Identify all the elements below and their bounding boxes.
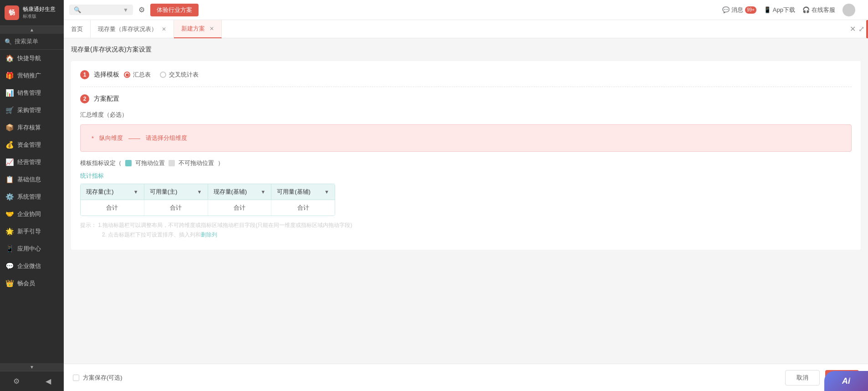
save-scheme-checkbox[interactable] [73, 375, 79, 381]
stats-col-4-label: 可用量(基辅) [277, 188, 311, 196]
template-indicator-label: 模板指标设定（ 可拖动位置 不可拖动位置 ） [80, 159, 852, 167]
trial-button[interactable]: 体验行业方案 [150, 4, 199, 16]
gift-icon: 🎁 [5, 72, 14, 80]
sidebar-item-app-center[interactable]: 📱 应用中心 [0, 240, 64, 257]
ai-label: Ai [842, 376, 850, 386]
online-service-button[interactable]: 🎧 在线客服 [802, 6, 835, 14]
radio-summary[interactable]: 汇总表 [124, 71, 151, 79]
sidebar-item-label: 采购管理 [17, 106, 41, 114]
close-tab-action[interactable]: ✕ [850, 25, 856, 33]
sidebar-item-sales[interactable]: 📊 销售管理 [0, 84, 64, 102]
template-indicator-text: 模板指标设定（ [80, 159, 122, 167]
sidebar-item-label: 资金管理 [17, 141, 41, 149]
message-button[interactable]: 💬 消息 99+ [722, 6, 756, 14]
sidebar-item-label: 经营管理 [17, 158, 41, 166]
dropdown-icon[interactable]: ▼ [123, 7, 128, 13]
radio-cross-label: 交叉统计表 [169, 71, 199, 79]
sidebar-item-label: 基础信息 [17, 175, 41, 184]
stats-col-2-summary: 合计 [144, 200, 208, 216]
sidebar-item-label: 新手引导 [17, 227, 41, 236]
sidebar-item-quick-nav[interactable]: 🏠 快捷导航 [0, 50, 64, 67]
sidebar-item-inventory[interactable]: 📦 库存核算 [0, 119, 64, 136]
search-input[interactable] [84, 7, 120, 13]
sidebar-item-finance[interactable]: 💰 资金管理 [0, 136, 64, 154]
topbar: 🔍 ▼ ⚙ 体验行业方案 💬 消息 99+ 📱 App下载 🎧 在线客服 [64, 0, 868, 20]
stats-col-3-label: 现存量(基辅) [214, 188, 247, 196]
stats-col-1-summary: 合计 [81, 200, 144, 216]
sidebar-item-label: 系统管理 [17, 193, 41, 201]
sidebar-logo: 畅 畅康通好生意 标准版 [0, 0, 64, 26]
dimension-box[interactable]: * 纵向维度 —— 请选择分组维度 [80, 124, 852, 152]
sidebar-item-label: 快捷导航 [17, 54, 41, 62]
stats-col-4-header[interactable]: 可用量(基辅) ▼ [271, 184, 335, 200]
system-icon: ⚙️ [5, 193, 14, 201]
collapse-button[interactable]: ◀ [42, 375, 55, 387]
step2-header: 2 方案配置 [80, 94, 852, 103]
sidebar-scroll-up[interactable]: ▲ [0, 26, 64, 34]
radio-cross[interactable]: 交叉统计表 [160, 71, 199, 79]
money-icon: 💰 [5, 141, 14, 149]
expand-tab-action[interactable]: ⤢ [858, 25, 864, 33]
page-title: 现存量(库存状况表)方案设置 [71, 46, 861, 54]
sidebar-item-marketing[interactable]: 🎁 营销推广 [0, 67, 64, 84]
draggable-badge [125, 160, 132, 166]
search-icon: 🔍 [74, 6, 81, 13]
box-icon: 📦 [5, 123, 14, 132]
sidebar-item-system[interactable]: ⚙️ 系统管理 [0, 188, 64, 206]
tab-new-scheme[interactable]: 新建方案 ✕ [174, 20, 222, 38]
tab-inventory-status-close[interactable]: ✕ [162, 26, 166, 32]
app-icon: 📱 [5, 245, 14, 253]
sidebar-item-basic-info[interactable]: 📋 基础信息 [0, 171, 64, 188]
sidebar-item-label: 营销推广 [17, 72, 41, 80]
stats-section-label: 统计指标 [80, 172, 852, 180]
dimension-label-text: 汇总维度（必选） [80, 111, 128, 118]
chevron-down-icon-1[interactable]: ▼ [133, 189, 138, 195]
user-avatar[interactable] [842, 4, 855, 16]
sidebar-item-operations[interactable]: 📈 经营管理 [0, 154, 64, 171]
tab-home[interactable]: 首页 [64, 20, 91, 38]
sidebar-item-label: 应用中心 [17, 245, 41, 253]
sidebar-search[interactable]: 🔍 搜索菜单 [0, 34, 64, 50]
sidebar-search-label: 搜索菜单 [15, 37, 38, 46]
right-indicator [866, 20, 868, 38]
sidebar-item-label: 企业微信 [17, 262, 41, 270]
dimension-dash: —— [128, 135, 140, 142]
sidebar-item-wechat[interactable]: 💬 企业微信 [0, 257, 64, 275]
stats-col-4-summary: 合计 [271, 200, 335, 216]
stats-col-3-header[interactable]: 现存量(基辅) ▼ [208, 184, 272, 200]
cancel-button[interactable]: 取消 [785, 370, 820, 386]
home-icon: 🏠 [5, 54, 14, 62]
settings-button[interactable]: ⚙ [10, 375, 23, 387]
sidebar-scroll-down[interactable]: ▼ [0, 363, 64, 371]
message-label: 消息 [731, 6, 743, 14]
stats-col-2-header[interactable]: 可用量(主) ▼ [144, 184, 208, 200]
radio-summary-label: 汇总表 [133, 71, 151, 79]
sidebar-item-label: 畅会员 [17, 279, 35, 288]
ai-bubble[interactable]: Ai [824, 371, 868, 391]
chevron-down-icon-4[interactable]: ▼ [324, 189, 329, 195]
sidebar-item-enterprise[interactable]: 🤝 企业协同 [0, 206, 64, 223]
tab-new-scheme-close[interactable]: ✕ [209, 26, 214, 32]
dimension-section-label: 汇总维度（必选） [80, 111, 852, 119]
template-radio-group: 汇总表 交叉统计表 [124, 71, 199, 79]
gear-icon[interactable]: ⚙ [138, 5, 145, 14]
cart-icon: 🛒 [5, 106, 14, 114]
chevron-down-icon-2[interactable]: ▼ [197, 189, 202, 195]
sidebar-item-new-guide[interactable]: 🌟 新手引导 [0, 223, 64, 240]
headset-icon: 🎧 [802, 6, 810, 13]
stats-col-1-header[interactable]: 现存量(主) ▼ [81, 184, 144, 200]
app-download-label: App下载 [773, 6, 795, 14]
stats-col-3-summary: 合计 [208, 200, 272, 216]
app-download-button[interactable]: 📱 App下载 [764, 6, 795, 14]
tab-inventory-status-label: 现存量（库存状况表） [98, 25, 157, 33]
delete-column-link[interactable]: 删除列 [201, 232, 217, 238]
app-name: 畅康通好生意 [23, 6, 56, 13]
chevron-down-icon-3[interactable]: ▼ [260, 189, 266, 195]
save-scheme-label: 方案保存(可选) [83, 374, 123, 382]
topbar-search-box[interactable]: 🔍 ▼ [69, 5, 133, 15]
sidebar-item-purchase[interactable]: 🛒 采购管理 [0, 102, 64, 119]
tab-inventory-status[interactable]: 现存量（库存状况表） ✕ [91, 20, 174, 38]
tip-2: 2. 点击标题栏下拉可设置排序、插入列和删除列 [80, 231, 852, 239]
sidebar-item-member[interactable]: 👑 畅会员 [0, 275, 64, 292]
chart-icon: 📊 [5, 89, 14, 97]
